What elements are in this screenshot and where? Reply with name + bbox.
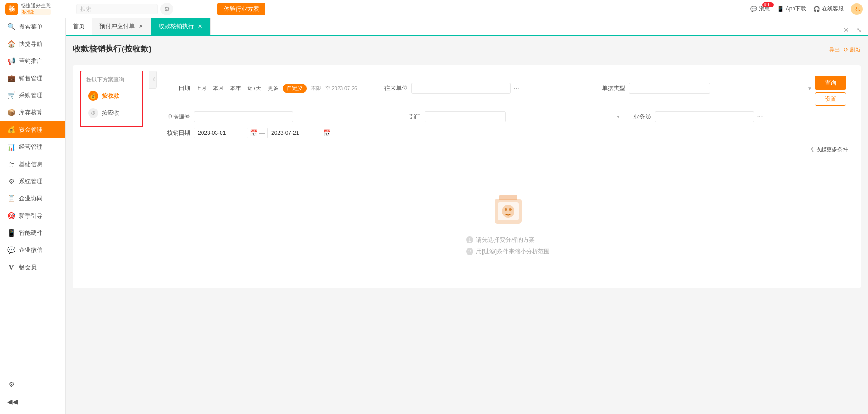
topbar-search: ⚙ <box>76 3 212 15</box>
offset-date-start-cal-icon[interactable]: 📅 <box>250 129 258 137</box>
tab-home[interactable]: 首页 <box>66 17 92 35</box>
bill-type-select[interactable] <box>629 83 710 94</box>
offset-date-end[interactable] <box>267 128 321 138</box>
counterpart-more-btn[interactable]: ··· <box>511 84 522 92</box>
bill-type-field: ▼ <box>629 83 815 94</box>
salesman-more-btn[interactable]: ··· <box>754 113 765 121</box>
bill-no-label: 单据编号 <box>162 113 194 121</box>
app-download-btn[interactable]: 📱 App下载 <box>777 5 806 13</box>
logo-text: 畅捷通好生意 <box>21 3 51 9</box>
member-icon: V <box>7 264 15 271</box>
sidebar-item-guide[interactable]: 🎯 新手引导 <box>0 207 65 224</box>
sidebar-item-operations[interactable]: 📊 经营管理 <box>0 138 65 156</box>
sidebar-settings-btn[interactable]: ⚙ <box>0 376 65 393</box>
dept-select[interactable] <box>425 111 506 122</box>
tab-collection-offset[interactable]: 收款核销执行 ✕ <box>151 17 211 35</box>
refresh-icon: ↺ <box>844 47 848 53</box>
refresh-btn[interactable]: ↺ 刷新 <box>844 46 861 54</box>
settings-btn[interactable]: 设置 <box>815 92 846 106</box>
sidebar-item-label: 新手引导 <box>19 212 42 220</box>
empty-tip-2: 2 用[过滤]条件来缩小分析范围 <box>466 247 550 256</box>
date-custom-badge[interactable]: 自定义 <box>283 84 307 93</box>
date-more[interactable]: 更多 <box>266 84 280 93</box>
search-menu-icon: 🔍 <box>7 23 15 31</box>
svg-point-4 <box>509 208 512 211</box>
sidebar-item-inventory[interactable]: 📦 库存核算 <box>0 104 65 121</box>
empty-tip-1: 1 请先选择要分析的方案 <box>466 236 550 244</box>
collapse-more-btn[interactable]: 《 收起更多条件 <box>162 144 854 153</box>
user-avatar[interactable]: Rit <box>851 3 863 15</box>
sidebar-item-fund[interactable]: 💰 资金管理 <box>0 121 65 138</box>
tab-prepay-offset[interactable]: 预付冲应付单 ✕ <box>92 17 151 35</box>
settings-gear-btn[interactable]: ⚙ <box>160 3 173 15</box>
message-btn[interactable]: 💬 消息 99+ <box>750 5 770 13</box>
industry-btn[interactable]: 体验行业方案 <box>217 3 265 15</box>
offset-date-end-cal-icon[interactable]: 📅 <box>323 129 331 137</box>
guide-icon: 🎯 <box>7 212 15 220</box>
sidebar-item-wechat[interactable]: 💬 企业微信 <box>0 242 65 259</box>
salesman-input[interactable] <box>655 111 754 122</box>
sidebar-item-label: 采购管理 <box>19 91 42 100</box>
counterpart-input[interactable] <box>411 83 511 94</box>
filter-sidebar-title: 按以下方案查询 <box>81 76 142 87</box>
fund-icon: 💰 <box>7 126 15 134</box>
empty-state: 1 请先选择要分析的方案 2 用[过滤]条件来缩小分析范围 <box>162 153 854 283</box>
sidebar-collapse-btn[interactable]: ◀◀ <box>0 393 65 410</box>
bill-type-arrow-icon: ▼ <box>807 86 812 91</box>
salesman-field: ··· <box>655 111 854 122</box>
query-btn[interactable]: 查询 <box>815 76 846 90</box>
search-input[interactable] <box>76 4 158 14</box>
collapse-icon: ◀◀ <box>7 398 15 406</box>
sidebar-item-label: 销售管理 <box>19 74 42 82</box>
sidebar-item-sales[interactable]: 💼 销售管理 <box>0 70 65 87</box>
sidebar-item-search[interactable]: 🔍 搜索菜单 <box>0 18 65 35</box>
topbar-right: 💬 消息 99+ 📱 App下载 🎧 在线客服 Rit <box>750 3 863 15</box>
date-this-month[interactable]: 本月 <box>211 84 226 93</box>
enterprise-icon: 📋 <box>7 195 15 203</box>
date-this-year[interactable]: 本年 <box>228 84 243 93</box>
sidebar: 🔍 搜索菜单 🏠 快捷导航 📢 营销推广 💼 销售管理 🛒 采购管理 📦 库存核… <box>0 18 66 414</box>
marketing-icon: 📢 <box>7 57 15 65</box>
smarthw-icon: 📱 <box>7 229 15 237</box>
sidebar-item-smarthw[interactable]: 📱 智能硬件 <box>0 224 65 242</box>
offset-date-start[interactable] <box>194 128 248 138</box>
filter-by-receivable[interactable]: ⏱ 按应收 <box>81 105 142 122</box>
purchase-icon: 🛒 <box>7 91 15 100</box>
sidebar-item-marketing[interactable]: 📢 营销推广 <box>0 52 65 70</box>
tab-collection-label: 收款核销执行 <box>159 22 194 30</box>
tip-num-1: 1 <box>466 236 473 243</box>
sidebar-item-purchase[interactable]: 🛒 采购管理 <box>0 87 65 104</box>
sidebar-item-baseinfo[interactable]: 🗂 基础信息 <box>0 156 65 173</box>
filter-collapse-btn[interactable]: 《 <box>149 71 157 89</box>
date-last-month[interactable]: 上月 <box>194 84 208 93</box>
sidebar-item-label: 快捷导航 <box>19 40 42 48</box>
bill-no-input[interactable] <box>194 111 293 122</box>
offset-date-group: 📅 — 📅 <box>194 128 331 138</box>
sidebar-item-enterprise[interactable]: 📋 企业协同 <box>0 190 65 207</box>
filter-by-collection[interactable]: 💰 按收款 <box>81 87 142 105</box>
dept-field: ▼ <box>425 111 623 122</box>
date-last-7days[interactable]: 近7天 <box>245 84 263 93</box>
tab-bar: 首页 预付冲应付单 ✕ 收款核销执行 ✕ ✕ ⤡ <box>66 18 868 36</box>
online-service-btn[interactable]: 🎧 在线客服 <box>813 5 844 13</box>
sidebar-item-system[interactable]: ⚙ 系统管理 <box>0 173 65 190</box>
tab-home-label: 首页 <box>73 22 85 30</box>
operations-icon: 📊 <box>7 143 15 151</box>
tab-close-all-btn[interactable]: ✕ <box>841 24 852 35</box>
right-panel: 日期 上月 本月 本年 近7天 更多 自定义 不限 至 2023-07-26 往… <box>162 71 854 283</box>
salesman-label: 业务员 <box>623 113 655 121</box>
tab-expand-btn[interactable]: ⤡ <box>854 24 864 35</box>
sidebar-item-quick-nav[interactable]: 🏠 快捷导航 <box>0 35 65 52</box>
export-btn[interactable]: ↑ 导出 <box>825 46 840 54</box>
sidebar-item-member[interactable]: V 畅会员 <box>0 259 65 276</box>
page-title: 收款核销执行(按收款) <box>73 43 151 54</box>
tab-collection-close[interactable]: ✕ <box>197 23 203 29</box>
headset-icon: 🎧 <box>813 6 820 12</box>
sidebar-item-label: 智能硬件 <box>19 229 42 237</box>
phone-icon: 📱 <box>777 6 784 12</box>
tab-prepay-close[interactable]: ✕ <box>137 23 144 29</box>
query-section: 按以下方案查询 💰 按收款 ⏱ 按应收 《 日期 上月 <box>73 65 861 288</box>
logo-icon: 畅 <box>5 3 18 15</box>
bill-type-label: 单据类型 <box>597 84 629 92</box>
message-badge: 99+ <box>762 2 774 7</box>
